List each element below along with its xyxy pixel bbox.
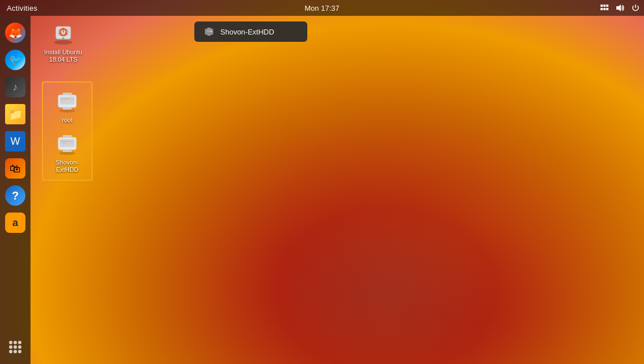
dock: 🦊 🐦 ♪ 📁 W 🛍 ? a [0,16,31,364]
svg-line-23 [60,33,62,34]
svg-point-31 [70,98,73,101]
svg-rect-27 [63,107,72,110]
svg-rect-35 [63,150,72,152]
desktop-icon-shovon-exthdd[interactable]: Shovon-ExtHDD [46,128,89,176]
desktop-icons-group: root Shovon-ExtHDD [42,81,93,181]
svg-rect-12 [207,34,211,36]
rhythmbox-icon: ♪ [5,77,25,97]
svg-point-10 [211,31,212,32]
dock-item-thunderbird[interactable]: 🐦 [3,47,28,72]
svg-point-18 [62,28,64,30]
svg-rect-2 [606,5,608,7]
help-icon: ? [5,185,25,206]
svg-point-39 [70,140,73,144]
network-icon[interactable] [600,4,609,12]
activities-button[interactable]: Activities [5,4,40,12]
writer-icon: W [5,131,25,151]
svg-rect-4 [603,8,606,10]
thunderbird-icon: 🐦 [5,50,25,70]
panel-clock[interactable]: Mon 17:37 [304,4,339,12]
tooltip-popup: Shovon-ExtHDD [194,21,307,42]
software-icon: 🛍 [5,158,25,179]
svg-rect-36 [63,135,72,137]
svg-rect-37 [60,141,69,142]
shovon-exthdd-label: Shovon-ExtHDD [56,159,79,174]
firefox-icon: 🦊 [5,23,25,43]
install-ubuntu-label: Install Ubuntu18.04 LTS [44,49,82,63]
svg-point-16 [62,37,64,40]
panel-right [600,4,639,12]
root-drive-icon [54,88,81,115]
svg-rect-29 [60,98,69,99]
svg-rect-28 [63,93,72,95]
sound-icon[interactable] [616,4,625,12]
tooltip-drive-icon [203,26,215,37]
svg-rect-30 [60,101,67,102]
dock-item-help[interactable]: ? [3,183,28,208]
dots-grid-icon [9,341,21,353]
desktop-area: Shovon-ExtHDD Install Ubuntu18.04 LT [31,16,644,364]
svg-rect-3 [601,8,603,10]
svg-rect-5 [606,8,608,10]
svg-marker-6 [616,5,621,11]
panel-left: Activities [5,4,40,12]
svg-rect-0 [601,5,603,7]
dock-item-files[interactable]: 📁 [3,102,28,127]
dock-item-software[interactable]: 🛍 [3,156,28,181]
amazon-icon: a [5,213,25,233]
svg-rect-1 [603,5,606,7]
dock-item-writer[interactable]: W [3,129,28,154]
svg-line-22 [66,33,67,34]
dock-item-amazon[interactable]: a [3,210,28,235]
top-panel: Activities Mon 17:37 [0,0,644,16]
tooltip-label: Shovon-ExtHDD [220,28,274,36]
files-icon: 📁 [5,104,25,124]
desktop-icon-root[interactable]: root [46,86,89,126]
show-apps-button[interactable] [3,335,28,359]
svg-rect-11 [207,28,211,29]
svg-rect-38 [60,143,67,144]
svg-rect-9 [207,32,211,33]
dock-item-rhythmbox[interactable]: ♪ [3,75,28,99]
power-icon[interactable] [632,4,639,12]
desktop-icon-install-ubuntu[interactable]: Install Ubuntu18.04 LTS [42,18,85,66]
svg-point-13 [54,40,72,45]
root-label: root [62,116,73,124]
install-ubuntu-icon [50,20,77,47]
dock-item-firefox[interactable]: 🦊 [3,20,28,45]
shovon-exthdd-drive-icon [54,131,81,158]
